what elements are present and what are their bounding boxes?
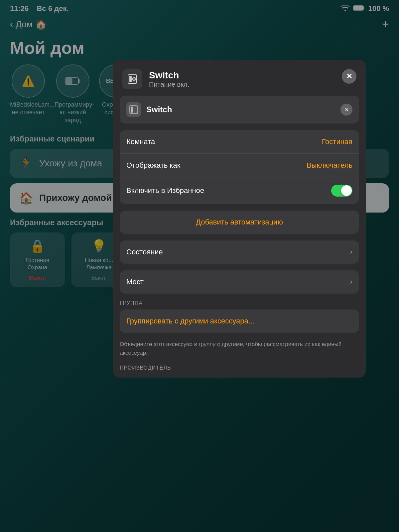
- modal-close-button[interactable]: ✕: [342, 69, 356, 84]
- modal-title: Switch: [149, 70, 356, 81]
- settings-group: Комната Гостиная Отображать как Выключат…: [120, 130, 359, 204]
- modal-subtitle: Питание вкл.: [149, 81, 356, 88]
- device-name-text: Switch: [146, 105, 335, 114]
- settings-row-display[interactable]: Отображать как Выключатель: [120, 154, 359, 177]
- svg-rect-11: [131, 107, 133, 113]
- add-automation-label: Добавить автоматизацию: [196, 218, 283, 226]
- device-name-x-button[interactable]: ✕: [340, 104, 352, 116]
- favorite-toggle[interactable]: [331, 185, 352, 197]
- group-button[interactable]: Группировать с другими аксессуара...: [120, 310, 359, 333]
- manufacturer-title: ПРОИЗВОДИТЕЛЬ: [113, 362, 366, 371]
- bridge-row-label: Мост: [126, 278, 144, 286]
- bridge-row-chevron: ›: [350, 278, 352, 286]
- device-name-icon: [126, 102, 141, 117]
- modal-device-icon: [122, 69, 142, 89]
- settings-favorite-label: Включить в Избранное: [126, 186, 204, 195]
- settings-display-label: Отображать как: [126, 161, 180, 170]
- status-row-label: Состояние: [126, 248, 163, 256]
- group-btn-label: Группировать с другими аксессуара...: [126, 317, 254, 325]
- modal-panel: Switch Питание вкл. ✕ Switch ✕ Комната Г…: [113, 60, 366, 378]
- settings-row-room[interactable]: Комната Гостиная: [120, 130, 359, 154]
- group-description: Объедините этот аксессуар в группу с дру…: [113, 336, 366, 362]
- modal-header: Switch Питание вкл. ✕: [113, 60, 366, 96]
- device-name-row: Switch ✕: [120, 96, 359, 124]
- bridge-nav-row[interactable]: Мост ›: [120, 270, 359, 294]
- modal-header-text: Switch Питание вкл.: [149, 70, 356, 88]
- settings-room-value: Гостиная: [322, 137, 352, 146]
- svg-rect-7: [129, 76, 132, 82]
- svg-point-9: [133, 78, 135, 80]
- settings-room-label: Комната: [126, 137, 155, 146]
- status-nav-row[interactable]: Состояние ›: [120, 240, 359, 264]
- settings-row-favorite[interactable]: Включить в Избранное: [120, 177, 359, 204]
- toggle-knob: [341, 185, 352, 196]
- status-row-chevron: ›: [350, 248, 352, 256]
- group-section-title: ГРУППА: [113, 300, 366, 310]
- add-automation-button[interactable]: Добавить автоматизацию: [120, 211, 359, 234]
- settings-display-value: Выключатель: [307, 161, 352, 170]
